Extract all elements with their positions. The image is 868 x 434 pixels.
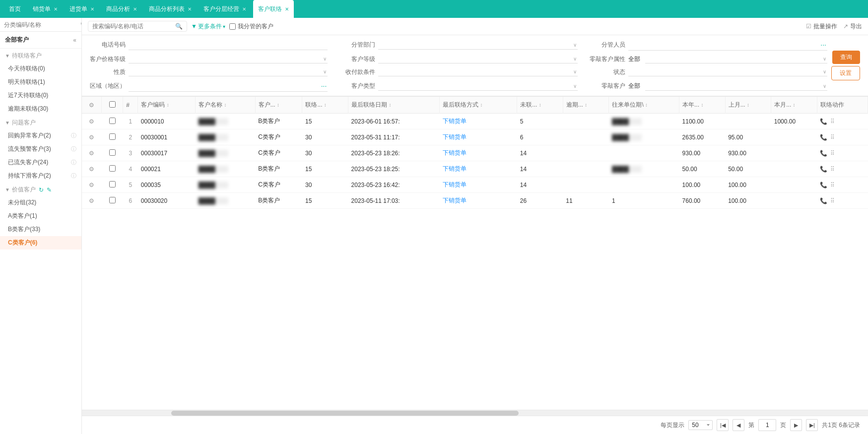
sidebar-item-churned[interactable]: 已流失客户(24) ⓘ: [0, 156, 81, 169]
last-contact-method-link[interactable]: 下销货单: [443, 149, 467, 156]
nav-item-purchase[interactable]: 进货单 ✕: [65, 0, 99, 18]
horizontal-scrollbar[interactable]: [82, 410, 868, 416]
row-checkbox-cell[interactable]: [101, 145, 123, 161]
last-contact-method-link[interactable]: 下销货单: [443, 133, 467, 140]
gear-column-header[interactable]: ⚙: [82, 97, 101, 114]
nav-item-customer-contact[interactable]: 客户联络 ✕: [253, 0, 294, 18]
nav-item-analysis[interactable]: 商品分析 ✕: [101, 0, 142, 18]
last-page-btn[interactable]: ▶|: [806, 419, 818, 431]
col-header-last-month[interactable]: 上月... ↕: [725, 97, 771, 114]
filter-price-grade-select[interactable]: ∨: [129, 55, 328, 63]
last-contact-method-link[interactable]: 下销货单: [443, 181, 467, 188]
row-checkbox[interactable]: [109, 165, 116, 172]
export-btn[interactable]: ↗ 导出: [843, 22, 862, 31]
select-all-checkbox[interactable]: [109, 101, 116, 108]
filter-person-field[interactable]: ···: [628, 39, 827, 51]
filter-nature-select[interactable]: ∨: [129, 67, 328, 76]
phone-action-icon[interactable]: 📞: [820, 182, 827, 188]
last-contact-method-link[interactable]: 下销货单: [443, 118, 467, 124]
sidebar-item-declining[interactable]: 持续下滑客户(2) ⓘ: [0, 169, 81, 183]
row-last-contact-method[interactable]: 下销货单: [440, 177, 517, 193]
sidebar-item-tomorrow[interactable]: 明天待联络(1): [0, 75, 81, 89]
sidebar-item-today[interactable]: 今天待联络(0): [0, 62, 81, 75]
first-page-btn[interactable]: |◀: [717, 419, 729, 431]
close-icon[interactable]: ✕: [242, 6, 246, 12]
row-gear[interactable]: ⚙: [82, 193, 101, 209]
my-customers-checkbox-label[interactable]: 我分管的客户: [229, 22, 273, 31]
batch-operation-btn[interactable]: ☑ 批量操作: [806, 22, 837, 31]
next-page-btn[interactable]: ▶: [790, 419, 802, 431]
col-header-unit-amount[interactable]: 往来单位期\ ↕: [609, 97, 679, 114]
sidebar-all-customers[interactable]: 全部客户 «: [0, 32, 81, 49]
col-header-no-contact[interactable]: 未联... ↕: [517, 97, 563, 114]
phone-action-icon[interactable]: 📞: [820, 134, 827, 141]
page-number-input[interactable]: [758, 419, 776, 431]
last-contact-method-link[interactable]: 下销货单: [443, 197, 467, 204]
row-last-contact-method[interactable]: 下销货单: [440, 129, 517, 145]
row-last-contact-method[interactable]: 下销货单: [440, 193, 517, 209]
col-header-this-year[interactable]: 本年... ↕: [679, 97, 726, 114]
per-page-select[interactable]: 50 100 200: [688, 420, 713, 430]
close-icon[interactable]: ✕: [90, 6, 94, 12]
sidebar-item-overdue[interactable]: 逾期未联络(30): [0, 102, 81, 116]
collapse-icon[interactable]: «: [73, 37, 76, 44]
filter-dept-select[interactable]: ∨: [378, 41, 577, 50]
prev-page-btn[interactable]: ◀: [733, 419, 744, 431]
filter-customer-grade-select[interactable]: ∨: [378, 55, 577, 63]
sidebar-item-class-c[interactable]: C类客户(6): [0, 236, 81, 249]
col-header-type[interactable]: 客户... ↕: [255, 97, 302, 114]
row-gear[interactable]: ⚙: [82, 161, 101, 177]
sidebar-search-input[interactable]: [4, 21, 78, 28]
last-contact-method-link[interactable]: 下销货单: [443, 165, 467, 172]
more-action-icon[interactable]: ⠿: [830, 182, 835, 188]
row-gear[interactable]: ⚙: [82, 129, 101, 145]
col-header-last-contact-date[interactable]: 最后联络日期 ↕: [348, 97, 440, 114]
col-header-overdue[interactable]: 逾期... ↕: [563, 97, 609, 114]
row-gear[interactable]: ⚙: [82, 114, 101, 129]
row-gear[interactable]: ⚙: [82, 145, 101, 161]
close-icon[interactable]: ✕: [54, 6, 58, 12]
row-last-contact-method[interactable]: 下销货单: [440, 145, 517, 161]
sidebar-item-churn-warning[interactable]: 流失预警客户(3) ⓘ: [0, 142, 81, 156]
row-checkbox[interactable]: [109, 133, 116, 140]
row-actions[interactable]: 📞 ⠿: [817, 129, 868, 145]
row-actions[interactable]: 📞 ⠿: [817, 145, 868, 161]
row-checkbox-cell[interactable]: [101, 193, 123, 209]
more-action-icon[interactable]: ⠿: [830, 197, 835, 204]
filter-retail-attr-select[interactable]: ∨: [645, 55, 827, 63]
refresh-icon[interactable]: ↻: [39, 186, 44, 193]
row-actions[interactable]: 📞 ⠿: [817, 114, 868, 129]
dots-icon[interactable]: ···: [321, 82, 327, 90]
sidebar-item-class-b[interactable]: B类客户(33): [0, 223, 81, 236]
my-customers-checkbox[interactable]: [229, 23, 236, 30]
more-action-icon[interactable]: ⠿: [830, 118, 835, 125]
row-checkbox-cell[interactable]: [101, 114, 123, 129]
edit-icon[interactable]: ✎: [47, 186, 52, 193]
filter-payment-select[interactable]: ∨: [378, 67, 577, 76]
filter-region-field[interactable]: ···: [129, 80, 328, 92]
col-header-contact[interactable]: 联络... ↕: [302, 97, 348, 114]
settings-button[interactable]: 设置: [831, 66, 860, 80]
row-checkbox-cell[interactable]: [101, 129, 123, 145]
col-header-this-month[interactable]: 本月... ↕: [771, 97, 817, 114]
row-checkbox[interactable]: [109, 149, 116, 156]
phone-action-icon[interactable]: 📞: [820, 197, 827, 204]
row-last-contact-method[interactable]: 下销货单: [440, 161, 517, 177]
close-icon[interactable]: ✕: [188, 6, 192, 12]
close-icon[interactable]: ✕: [285, 6, 289, 12]
nav-item-sales[interactable]: 销货单 ✕: [28, 0, 63, 18]
close-icon[interactable]: ✕: [133, 6, 137, 12]
filter-customer-type-select[interactable]: ∨: [378, 82, 577, 91]
row-checkbox[interactable]: [109, 118, 116, 124]
more-action-icon[interactable]: ⠿: [830, 166, 835, 173]
row-checkbox[interactable]: [109, 197, 116, 203]
sidebar-item-7days[interactable]: 近7天待联络(0): [0, 89, 81, 102]
search-input[interactable]: [92, 23, 173, 30]
filter-phone-input[interactable]: [130, 41, 327, 48]
scrollbar-thumb[interactable]: [171, 411, 519, 416]
sidebar-item-ungrouped[interactable]: 未分组(32): [0, 196, 81, 209]
row-checkbox-cell[interactable]: [101, 177, 123, 193]
nav-item-home[interactable]: 首页: [4, 0, 26, 18]
sidebar-item-repurchase-abnormal[interactable]: 回购异常客户(2) ⓘ: [0, 129, 81, 142]
col-header-code[interactable]: 客户编码 ↕: [138, 97, 196, 114]
